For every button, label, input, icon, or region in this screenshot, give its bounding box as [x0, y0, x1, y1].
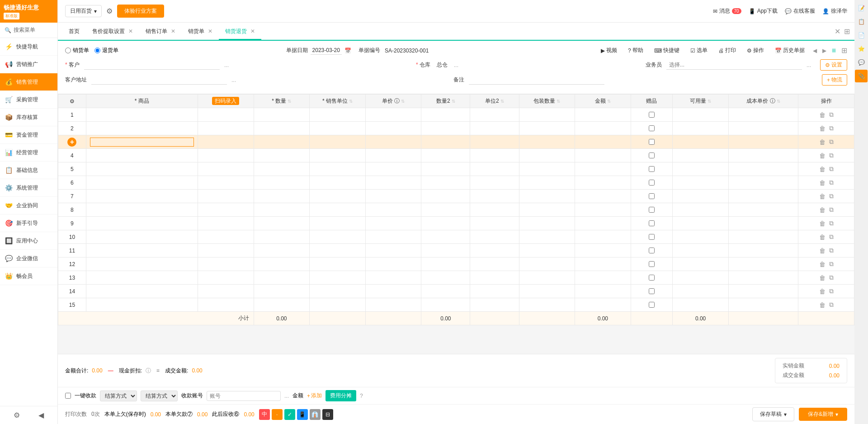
settings-icon-bottom[interactable]: ⚙ [14, 411, 20, 419]
industry-dropdown[interactable]: 日用百货 ▾ [65, 5, 102, 17]
add-row-btn[interactable]: + [67, 138, 76, 147]
search-menu[interactable]: 🔍 搜索菜单 [0, 23, 57, 38]
tab-sale-return[interactable]: 销货退货 ✕ [219, 24, 261, 40]
staff-input[interactable] [666, 60, 802, 70]
delete-icon[interactable]: 🗑 [819, 152, 826, 159]
unit-cell[interactable] [310, 122, 366, 135]
delete-icon[interactable]: 🗑 [819, 233, 826, 241]
product-input-active[interactable] [90, 138, 194, 147]
one-click-checkbox[interactable] [65, 393, 71, 399]
view-list-icon[interactable]: ≡ [832, 47, 836, 55]
staff-dots[interactable]: ... [807, 62, 811, 68]
sidebar-item-purchase[interactable]: 🛒 采购管理 [0, 91, 57, 109]
sidebar-item-system[interactable]: ⚙️ 系统管理 [0, 179, 57, 197]
logistics-btn[interactable]: + 物流 [822, 74, 847, 86]
pack-cell[interactable] [519, 122, 575, 135]
price-cell[interactable] [365, 108, 421, 122]
product-cell[interactable] [86, 149, 198, 162]
save-draft-btn[interactable]: 保存草稿 ▾ [752, 407, 794, 421]
history-btn[interactable]: 📅 历史单据 [772, 45, 807, 56]
gift-checkbox[interactable] [649, 193, 655, 199]
rp-icon-2[interactable]: 📋 [855, 15, 868, 28]
video-btn[interactable]: ▶ 视频 [598, 45, 620, 56]
copy-icon[interactable]: ⧉ [829, 233, 834, 241]
bottom-icon-4[interactable]: 📱 [297, 409, 308, 420]
copy-icon[interactable]: ⧉ [829, 165, 834, 173]
price-cell[interactable] [365, 122, 421, 135]
gear-icon[interactable]: ⚙ [70, 98, 75, 105]
warehouse-dots[interactable]: ... [454, 62, 458, 68]
discount-help-icon[interactable]: ⓘ [146, 367, 151, 375]
tab-close-all-icon[interactable]: ✕ [835, 27, 840, 36]
delete-icon[interactable]: 🗑 [819, 206, 826, 214]
gift-checkbox[interactable] [649, 125, 655, 131]
date-value[interactable]: 2023-03-20 [311, 46, 342, 55]
address-dots[interactable]: ... [231, 77, 236, 83]
view-grid-icon[interactable]: ⊞ [841, 46, 847, 55]
gift-checkbox[interactable] [649, 112, 655, 118]
fee-split-btn[interactable]: 费用分摊 [326, 390, 356, 401]
delete-icon[interactable]: 🗑 [819, 179, 826, 186]
gift-checkbox[interactable] [649, 302, 655, 308]
gift-checkbox[interactable] [649, 234, 655, 240]
tab-sale-order[interactable]: 销售订单 ✕ [139, 24, 182, 40]
gift-checkbox[interactable] [649, 152, 655, 158]
delete-icon[interactable]: 🗑 [819, 193, 826, 200]
product-cell[interactable] [86, 108, 198, 122]
unit-cell[interactable] [310, 135, 366, 149]
delete-icon[interactable]: 🗑 [819, 166, 826, 173]
delete-icon[interactable]: 🗑 [819, 220, 826, 227]
unit2-cell[interactable] [470, 122, 519, 135]
rp-icon-5[interactable]: 💬 [855, 56, 868, 69]
copy-icon[interactable]: ⧉ [829, 301, 834, 309]
sidebar-item-marketing[interactable]: 📢 营销推广 [0, 56, 57, 73]
product-cell[interactable] [86, 122, 198, 135]
copy-icon[interactable]: ⧉ [829, 111, 834, 119]
unit2-cell[interactable] [470, 135, 519, 149]
copy-icon[interactable]: ⧉ [829, 260, 834, 268]
gift-checkbox[interactable] [649, 207, 655, 213]
remark-input[interactable] [469, 75, 604, 85]
copy-icon[interactable]: ⧉ [829, 206, 834, 214]
topbar-settings-icon[interactable]: ⚙ [106, 7, 113, 15]
gift-checkbox[interactable] [649, 275, 655, 281]
qty2-cell[interactable] [421, 122, 470, 135]
account-num-input[interactable] [207, 391, 281, 401]
bottom-icon-1[interactable]: 中 [259, 409, 270, 420]
copy-icon[interactable]: ⧉ [829, 287, 834, 295]
copy-icon[interactable]: ⧉ [829, 138, 834, 146]
delete-icon[interactable]: 🗑 [819, 261, 826, 268]
tab-sale-goods[interactable]: 销货单 ✕ [182, 24, 219, 40]
qty2-cell[interactable] [421, 108, 470, 122]
sidebar-item-inventory[interactable]: 📦 库存核算 [0, 109, 57, 126]
unit2-cell[interactable] [470, 108, 519, 122]
trial-btn[interactable]: 体验行业方案 [117, 5, 164, 18]
delete-icon[interactable]: 🗑 [819, 247, 826, 254]
copy-icon[interactable]: ⧉ [829, 179, 834, 186]
gift-checkbox[interactable] [649, 180, 655, 186]
price-cell[interactable] [365, 135, 421, 149]
tab-sale-price[interactable]: 售价提取设置 ✕ [86, 24, 139, 40]
copy-icon[interactable]: ⧉ [829, 124, 834, 132]
copy-icon[interactable]: ⧉ [829, 152, 834, 159]
pack-cell[interactable] [519, 135, 575, 149]
print-btn[interactable]: 🖨 打印 [716, 45, 739, 56]
amount-cell[interactable] [575, 135, 631, 149]
bottom-icon-2[interactable]: · [272, 409, 283, 420]
gift-checkbox[interactable] [649, 261, 655, 267]
sidebar-item-member[interactable]: 👑 畅会员 [0, 267, 57, 285]
sidebar-item-cooperation[interactable]: 🤝 企业协同 [0, 197, 57, 214]
operate-btn[interactable]: ⚙ 操作 [744, 45, 767, 56]
delete-icon[interactable]: 🗑 [819, 125, 826, 132]
radio-return-input[interactable] [94, 48, 100, 53]
scan-btn[interactable]: 扫码录入 [212, 97, 239, 105]
help-btn[interactable]: ? 帮助 [625, 45, 646, 56]
tab-sale-price-close[interactable]: ✕ [128, 28, 133, 34]
sidebar-item-apps[interactable]: 🔲 应用中心 [0, 232, 57, 250]
bottom-icon-3[interactable]: ✓ [284, 409, 295, 420]
qty-cell[interactable] [254, 122, 310, 135]
delete-icon[interactable]: 🗑 [819, 288, 826, 295]
pack-cell[interactable] [519, 108, 575, 122]
add-btn[interactable]: + 添加 [307, 392, 322, 400]
sidebar-item-quick-nav[interactable]: ⚡ 快捷导航 [0, 38, 57, 56]
